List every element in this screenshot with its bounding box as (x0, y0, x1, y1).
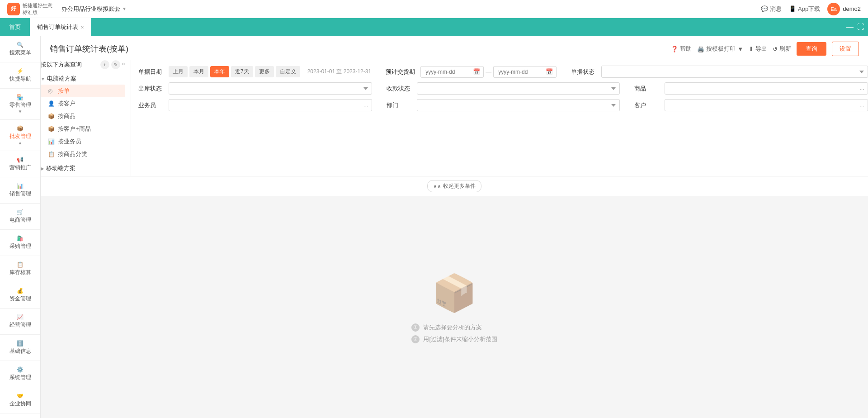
date-separator: — (486, 68, 491, 75)
user-area[interactable]: Ea demo2 (827, 3, 861, 15)
tab-sales-order-stats[interactable]: 销售订单统计表 × (30, 18, 91, 36)
empty-tip-1: ① 请先选择要分析的方案 (411, 323, 497, 332)
breadcrumb-arrow: ▼ (122, 6, 127, 11)
date-btn-7days[interactable]: 近7天 (231, 66, 253, 77)
sidebar-item-finance[interactable]: 💰 资金管理 (0, 282, 40, 309)
query-btn[interactable]: 查询 (797, 42, 826, 56)
sidebar-item-purchase[interactable]: 🛍️ 采购管理 (0, 230, 40, 256)
customer-input[interactable] (665, 99, 868, 111)
delivery-status-select[interactable] (169, 82, 372, 95)
filter-row-1: 单据日期 上月 本月 本年 近7天 更多 自定义 2023-01-01 至 20… (138, 66, 868, 78)
payment-status-select[interactable] (417, 82, 620, 95)
date-btn-custom[interactable]: 自定义 (276, 66, 300, 77)
basic-info-icon: ℹ️ (4, 340, 37, 347)
message-btn[interactable]: 💬 消息 (761, 5, 782, 13)
expected-date-start[interactable] (420, 66, 484, 78)
sidebar-item-sales[interactable]: 📊 销售管理 (0, 177, 40, 204)
date-btn-thisyear[interactable]: 本年 (210, 66, 229, 77)
sidebar: 🔍 搜索菜单 ⚡ 快捷导航 🏪 零售管理 ▼ 📦 批发管理 ▲ 📢 营销推广 📊… (0, 36, 41, 418)
status-select[interactable] (601, 66, 868, 78)
ecommerce-icon: 🛒 (4, 209, 37, 215)
filter-row-2: 出库状态 收款状态 商品 (138, 82, 868, 95)
content-area: 销售订单统计表(按单) ❓ 帮助 🖨️ 按模板打印 ▼ ⬇ 导出 ↺ 刷新 (41, 36, 868, 418)
tip-num-1: ① (411, 323, 420, 332)
sidebar-item-basic-info[interactable]: ℹ️ 基础信息 (0, 335, 40, 361)
scheme-group-arrow: ▼ (41, 76, 45, 81)
customer-input-wrapper: ··· (665, 99, 868, 111)
main-layout: 🔍 搜索菜单 ⚡ 快捷导航 🏪 零售管理 ▼ 📦 批发管理 ▲ 📢 营销推广 📊… (0, 36, 868, 418)
department-select[interactable] (417, 99, 620, 111)
refresh-btn[interactable]: ↺ 刷新 (773, 45, 791, 53)
scheme-item-bycustomer[interactable]: 👤 按客户 (41, 97, 125, 110)
template-print-btn[interactable]: 🖨️ 按模板打印 ▼ (697, 45, 743, 53)
cooperation-icon: 🤝 (4, 393, 37, 399)
scheme-item-icon-0: ◎ (48, 88, 55, 94)
page-actions: ❓ 帮助 🖨️ 按模板打印 ▼ ⬇ 导出 ↺ 刷新 查询 设置 (671, 42, 859, 56)
print-icon: 🖨️ (697, 46, 704, 52)
tab-maximize-icon[interactable]: ⛶ (857, 23, 864, 31)
salesperson-dots-icon[interactable]: ··· (363, 102, 368, 109)
username: demo2 (843, 5, 861, 12)
customer-label: 客户 (634, 101, 659, 109)
filter-card: 按以下方案查询 + ✎ « ▼ 电脑端方案 ◎ (41, 60, 868, 196)
sidebar-item-system[interactable]: ⚙️ 系统管理 (0, 361, 40, 387)
goods-label: 商品 (634, 85, 659, 93)
collapse-btn[interactable]: ∧∧ 收起更多条件 (427, 180, 481, 192)
scheme-item-icon-2: 📦 (48, 113, 55, 119)
tab-home[interactable]: 首页 (0, 18, 30, 36)
quicknav-icon: ⚡ (4, 68, 37, 74)
scheme-group-pc-title[interactable]: ▼ 电脑端方案 (41, 73, 125, 85)
sidebar-item-inventory[interactable]: 📋 库存核算 (0, 256, 40, 282)
settings-btn[interactable]: 设置 (832, 42, 859, 56)
mobile-icon: 📱 (789, 5, 796, 12)
sidebar-item-operations[interactable]: 📈 经营管理 (0, 309, 40, 335)
scheme-collapse-btn[interactable]: « (122, 60, 125, 69)
sidebar-item-wholesale[interactable]: 📦 批发管理 ▲ (0, 120, 40, 151)
date-btn-more[interactable]: 更多 (255, 66, 274, 77)
expected-date-end-wrapper: 📅 (493, 66, 557, 78)
expected-date-picker: 📅 — 📅 (420, 66, 557, 78)
date-btn-thismonth[interactable]: 本月 (189, 66, 208, 77)
retail-icon: 🏪 (4, 94, 37, 100)
scheme-item-byorder[interactable]: ◎ 按单 (41, 85, 125, 97)
customer-dots-icon[interactable]: ··· (859, 102, 864, 109)
date-btn-lastmonth[interactable]: 上月 (169, 66, 188, 77)
export-btn[interactable]: ⬇ 导出 (749, 45, 767, 53)
scheme-item-bycategory[interactable]: 📋 按商品分类 (41, 148, 125, 161)
sidebar-item-quicknav[interactable]: ⚡ 快捷导航 (0, 62, 40, 89)
scheme-edit-btn[interactable]: ✎ (111, 60, 120, 69)
app-download-btn[interactable]: 📱 App下载 (789, 5, 820, 13)
tab-minimize-icon[interactable]: — (846, 23, 854, 31)
expand-icon: ▼ (4, 109, 37, 114)
tab-close-icon[interactable]: × (81, 24, 84, 30)
scheme-item-bygoods[interactable]: 📦 按商品 (41, 110, 125, 123)
sidebar-item-ecommerce[interactable]: 🛒 电商管理 (0, 204, 40, 230)
goods-dots-icon[interactable]: ··· (859, 85, 864, 92)
scheme-add-btn[interactable]: + (100, 60, 109, 69)
help-btn[interactable]: ❓ 帮助 (671, 45, 692, 53)
scheme-group-mobile-title[interactable]: ▶ 移动端方案 (41, 162, 125, 174)
expected-date-end[interactable] (493, 66, 557, 78)
collapse-up-icon: ∧∧ (433, 183, 441, 190)
salesperson-input[interactable] (169, 99, 372, 111)
sidebar-item-search[interactable]: 🔍 搜索菜单 (0, 36, 40, 62)
scheme-item-bysalesperson[interactable]: 📊 按业务员 (41, 135, 125, 148)
search-icon: 🔍 (4, 42, 37, 48)
sidebar-item-retail[interactable]: 🏪 零售管理 ▼ (0, 89, 40, 120)
payment-status-label: 收款状态 (387, 85, 411, 93)
scheme-group-pc: ▼ 电脑端方案 ◎ 按单 👤 按客户 📦 按 (41, 73, 125, 161)
scheme-item-bycustomergoods[interactable]: 📦 按客户+商品 (41, 123, 125, 135)
date-range-display: 2023-01-01 至 2023-12-31 (307, 68, 371, 76)
scheme-item-icon-3: 📦 (48, 126, 55, 132)
date-shortcut: 上月 本月 本年 近7天 更多 自定义 (169, 66, 300, 77)
sidebar-item-marketing[interactable]: 📢 营销推广 (0, 151, 40, 177)
goods-input[interactable] (665, 82, 868, 95)
sidebar-item-cooperation[interactable]: 🤝 企业协同 (0, 387, 40, 413)
top-bar-left: 好 畅捷通好生意 标准版 办公用品行业模拟账套 ▼ (7, 2, 127, 15)
sidebar-item-guide[interactable]: 🎯 新手引导 (0, 413, 40, 418)
expected-date-label: 预计交货期 (386, 68, 415, 76)
empty-tip-2: ② 用[过滤]条件来缩小分析范围 (411, 335, 497, 343)
expand-icon-2: ▲ (4, 140, 37, 145)
scheme-group-mobile: ▶ 移动端方案 (41, 162, 125, 174)
salesperson-input-wrapper: ··· (169, 99, 372, 111)
